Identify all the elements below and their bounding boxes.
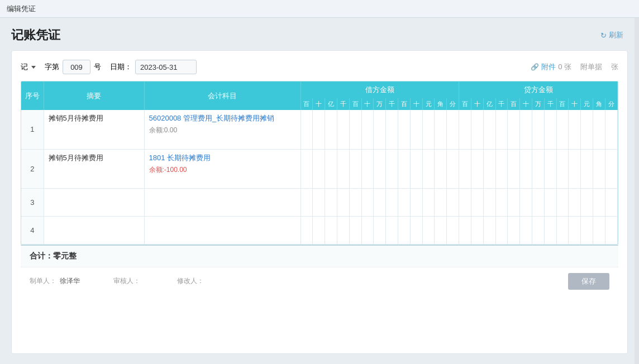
d2-r1-6[interactable] [361,149,374,188]
attachment-count: 0 张 [558,62,571,72]
maker-value: 徐泽华 [60,276,80,286]
refresh-label: 刷新 [609,30,623,40]
d1-r1-3[interactable] [325,110,337,149]
c1-r1-13[interactable] [605,110,617,149]
c1-r1-4[interactable] [495,110,508,149]
attachment-label: 附件 [541,62,556,72]
d1-r1-2[interactable] [313,110,325,149]
attachment-area: 🔗 附件 0 张 附单据 张 [531,62,618,72]
c1-r1-12[interactable] [593,110,605,149]
c2-r1-10[interactable] [569,149,581,188]
account-cell-3[interactable] [144,188,301,216]
scrollbar[interactable] [635,18,639,364]
date-input[interactable] [135,60,197,74]
save-button[interactable]: 保存 [568,273,609,290]
credit-digit-1: 百 [459,98,471,110]
debit-digit-5: 百 [349,98,361,110]
debit-digit-2: 十 [313,98,325,110]
d1-r1-6[interactable] [361,110,374,149]
balance-1: 余额:0.00 [149,126,296,135]
credit-digit-10: 十 [569,98,581,110]
d2-r1-8[interactable] [386,149,398,188]
voucher-type-label: 记 [21,62,28,72]
d2-r1-13[interactable] [447,149,459,188]
c1-r1-2[interactable] [471,110,483,149]
account-cell-2[interactable]: 1801 长期待摊费用 余额:-100.00 [144,149,301,188]
d1-r1-5[interactable] [349,110,361,149]
c1-r1-9[interactable] [556,110,569,149]
account-cell-1[interactable]: 56020008 管理费用_长期待摊费用摊销 余额:0.00 [144,110,301,149]
footer-maker: 制单人： 徐泽华 [30,276,80,286]
c2-r1-9[interactable] [556,149,569,188]
d2-r1-4[interactable] [337,149,349,188]
c2-r1-1[interactable] [459,149,471,188]
summary-cell-3[interactable] [44,188,144,216]
c2-r1-2[interactable] [471,149,483,188]
d2-r1-3[interactable] [325,149,337,188]
refresh-button[interactable]: ↻ 刷新 [596,28,628,42]
reviewer-label: 审核人： [113,276,140,286]
c1-r1-3[interactable] [483,110,495,149]
c2-r1-8[interactable] [544,149,556,188]
d1-r1-1[interactable] [301,110,313,149]
account-code-2: 1801 长期待摊费用 [149,153,296,163]
d2-r1-10[interactable] [410,149,422,188]
summary-cell-4[interactable] [44,216,144,244]
balance-2: 余额:-100.00 [149,165,296,175]
d1-r1-4[interactable] [337,110,349,149]
c1-r1-6[interactable] [520,110,532,149]
summary-cell-1[interactable]: 摊销5月待摊费用 [44,110,144,149]
debit-digit-10: 十 [410,98,422,110]
attach-single-button[interactable]: 附单据 [580,62,602,72]
date-label: 日期： [110,62,132,72]
attachment-link[interactable]: 🔗 附件 0 张 [531,62,571,72]
c2-r1-3[interactable] [483,149,495,188]
footer-reviewer: 审核人： [113,276,144,286]
voucher-type-group: 记 [21,62,36,72]
summary-cell-2[interactable]: 摊销5月待摊费用 [44,149,144,188]
d1-r1-13[interactable] [447,110,459,149]
debit-digit-13: 分 [447,98,459,110]
debit-digit-1: 百 [301,98,313,110]
c2-r1-6[interactable] [520,149,532,188]
c1-r1-8[interactable] [544,110,556,149]
d2-r1-1[interactable] [301,149,313,188]
c1-r1-1[interactable] [459,110,471,149]
voucher-number-input[interactable] [63,60,90,74]
c1-r1-7[interactable] [532,110,544,149]
c2-r1-11[interactable] [581,149,593,188]
d1-r1-8[interactable] [386,110,398,149]
c2-r1-12[interactable] [593,149,605,188]
c2-r1-4[interactable] [495,149,508,188]
card-container: 记 字第 号 日期： 🔗 附件 0 张 附单据 [11,50,628,354]
c1-r1-10[interactable] [569,110,581,149]
d1-r1-12[interactable] [435,110,447,149]
d2-r1-2[interactable] [313,149,325,188]
credit-digit-5: 百 [508,98,520,110]
d1-r1-9[interactable] [398,110,411,149]
d2-r1-12[interactable] [435,149,447,188]
credit-digit-8: 千 [544,98,556,110]
d1-r1-10[interactable] [410,110,422,149]
debit-digit-9: 百 [398,98,411,110]
c1-r1-11[interactable] [581,110,593,149]
voucher-type-dropdown[interactable] [30,66,36,69]
d2-r1-9[interactable] [398,149,411,188]
d1-r1-11[interactable] [422,110,435,149]
table-row: 1 摊销5月待摊费用 56020008 管理费用_长期待摊费用摊销 余额:0.0… [21,110,618,149]
d2-r1-7[interactable] [374,149,386,188]
c2-r1-7[interactable] [532,149,544,188]
total-row: 合计：零元整 [21,245,618,267]
c2-r1-5[interactable] [508,149,520,188]
main-container: 记账凭证 ↻ 刷新 记 字第 号 日期： [0,18,639,364]
account-cell-4[interactable] [144,216,301,244]
d2-r1-11[interactable] [422,149,435,188]
d2-r1-5[interactable] [349,149,361,188]
d1-r1-7[interactable] [374,110,386,149]
c1-r1-5[interactable] [508,110,520,149]
attach-pages-label: 张 [611,62,618,72]
credit-digit-11: 元 [581,98,593,110]
table-row: 2 摊销5月待摊费用 1801 长期待摊费用 余额:-100.00 [21,149,618,188]
c2-r1-13[interactable] [605,149,617,188]
voucher-number-group: 字第 号 [45,60,101,74]
